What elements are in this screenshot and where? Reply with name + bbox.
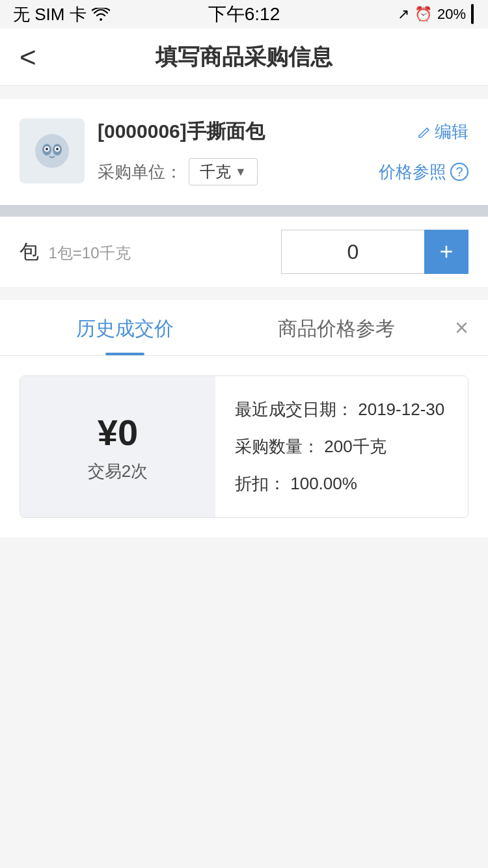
wifi-icon: [92, 8, 110, 21]
quantity-input[interactable]: 0: [281, 230, 424, 274]
carrier-text: 无 SIM 卡: [13, 3, 87, 26]
tab-priceref-label: 商品价格参考: [278, 318, 395, 339]
battery-percent: 20%: [437, 6, 466, 23]
back-button[interactable]: <: [20, 41, 36, 74]
trade-qty-line: 采购数量： 200千克: [235, 434, 448, 459]
plus-icon: +: [439, 238, 453, 265]
svg-point-5: [46, 148, 48, 150]
trade-details: 最近成交日期： 2019-12-30 采购数量： 200千克 折扣： 100.0…: [215, 376, 468, 517]
trade-qty-value: 200千克: [324, 437, 386, 456]
trade-date-label: 最近成交日期：: [235, 400, 353, 419]
trade-price: ¥0: [98, 411, 138, 454]
quantity-label-group: 包 1包=10千克: [20, 239, 131, 265]
product-name: [0000006]手撕面包: [98, 118, 265, 145]
unit-label: 采购单位： 千克 ▼: [98, 158, 258, 185]
trade-count: 交易2次: [88, 460, 148, 483]
alarm-icon: ⏰: [414, 6, 432, 23]
quantity-conversion-label: 1包=10千克: [48, 244, 130, 262]
unit-text: 采购单位：: [98, 161, 182, 183]
quantity-controls: 0 +: [281, 230, 468, 274]
svg-point-6: [56, 148, 59, 150]
product-card: [0000006]手撕面包 编辑 采购单位： 千克 ▼ 价格参照 ?: [0, 99, 488, 205]
price-ref-label: 价格参照: [379, 161, 446, 183]
trade-discount-value: 100.00%: [290, 474, 357, 493]
bottom-space: [0, 537, 488, 868]
status-time: 下午6:12: [208, 2, 280, 27]
trade-date-line: 最近成交日期： 2019-12-30: [235, 397, 448, 422]
tab-price-ref[interactable]: 商品价格参考: [230, 300, 441, 355]
nav-bar: < 填写商品采购信息: [0, 29, 488, 86]
carrier-info: 无 SIM 卡: [13, 3, 110, 26]
edit-label: 编辑: [435, 120, 468, 143]
quantity-value: 0: [347, 240, 359, 264]
quantity-row: 包 1包=10千克 0 +: [0, 217, 488, 287]
svg-point-0: [35, 134, 69, 168]
unit-select-dropdown[interactable]: 千克 ▼: [189, 158, 258, 185]
tabs-header: 历史成交价 商品价格参考 ×: [0, 300, 488, 356]
location-icon: ↗: [398, 6, 409, 23]
page-title: 填写商品采购信息: [156, 42, 332, 72]
product-logo-image: [33, 131, 72, 170]
product-name-row: [0000006]手撕面包 编辑: [98, 118, 468, 145]
trade-qty-label: 采购数量：: [235, 437, 319, 456]
tab-close-button[interactable]: ×: [442, 308, 468, 348]
tab-history-label: 历史成交价: [76, 318, 174, 339]
close-icon: ×: [455, 314, 468, 341]
trade-summary: ¥0 交易2次: [20, 376, 215, 517]
trade-card: ¥0 交易2次 最近成交日期： 2019-12-30 采购数量： 200千克 折…: [20, 375, 468, 518]
product-unit-row: 采购单位： 千克 ▼ 价格参照 ?: [98, 158, 468, 185]
trade-section: ¥0 交易2次 最近成交日期： 2019-12-30 采购数量： 200千克 折…: [0, 356, 488, 537]
product-info: [0000006]手撕面包 编辑 采购单位： 千克 ▼ 价格参照 ?: [98, 118, 468, 185]
status-right-icons: ↗ ⏰ 20%: [398, 5, 475, 23]
trade-discount-line: 折扣： 100.00%: [235, 471, 448, 496]
edit-icon: [418, 125, 432, 139]
help-icon: ?: [450, 163, 468, 181]
product-logo: [20, 118, 85, 183]
trade-discount-label: 折扣：: [235, 474, 286, 493]
price-ref-button[interactable]: 价格参照 ?: [379, 161, 468, 183]
section-divider: [0, 205, 488, 217]
dropdown-arrow-icon: ▼: [235, 165, 247, 179]
trade-date-value: 2019-12-30: [358, 400, 444, 419]
quantity-unit-label: 包: [20, 241, 39, 262]
battery-icon: [471, 5, 475, 23]
unit-value: 千克: [200, 161, 231, 182]
tabs-container: 历史成交价 商品价格参考 × ¥0 交易2次 最近成交日期： 2019-12-3…: [0, 300, 488, 537]
status-bar: 无 SIM 卡 下午6:12 ↗ ⏰ 20%: [0, 0, 488, 29]
tab-history-price[interactable]: 历史成交价: [20, 300, 230, 355]
quantity-plus-button[interactable]: +: [424, 230, 468, 274]
edit-button[interactable]: 编辑: [418, 120, 468, 143]
